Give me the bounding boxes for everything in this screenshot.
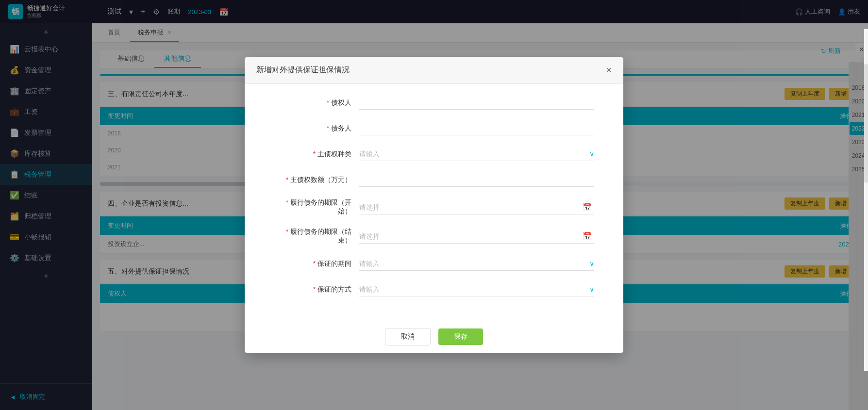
select-claim-type-wrapper: ∨	[359, 147, 594, 161]
form-row-debtor: * 债务人	[274, 121, 594, 135]
save-button[interactable]: 保存	[438, 328, 483, 345]
required-mark: *	[313, 260, 316, 267]
dialog-body: * 债权人 * 债务人 * 主债权种类	[245, 84, 623, 320]
label-period-start: * 履行债务的期限（开始）	[274, 198, 351, 216]
chevron-down-icon[interactable]: ∨	[589, 260, 594, 267]
form-row-period-end: * 履行债务的期限（结束） 📅	[274, 228, 594, 245]
select-guarantee-period[interactable]	[359, 257, 589, 270]
required-mark: *	[313, 150, 316, 158]
select-guarantee-method[interactable]	[359, 282, 589, 296]
required-mark: *	[286, 176, 288, 183]
form-row-claim-type: * 主债权种类 ∨	[274, 147, 594, 161]
label-claim-type: * 主债权种类	[274, 150, 351, 159]
label-period-end: * 履行债务的期限（结束）	[274, 228, 351, 245]
dialog: 新增对外提供保证担保情况 × * 债权人 * 债务人	[245, 57, 623, 353]
label-guarantee-method: * 保证的方式	[274, 285, 351, 294]
required-mark: *	[313, 285, 316, 293]
required-mark: *	[286, 198, 288, 206]
form-row-period-start: * 履行债务的期限（开始） 📅	[274, 198, 594, 216]
date-period-end[interactable]	[359, 230, 581, 243]
date-period-end-wrapper: 📅	[359, 230, 594, 244]
label-claim-amount: * 主债权数额（万元）	[274, 176, 351, 184]
input-claim-amount[interactable]	[359, 173, 594, 187]
label-debtor: * 债务人	[274, 124, 351, 133]
form-row-claim-amount: * 主债权数额（万元）	[274, 173, 594, 187]
form-row-creditor: * 债权人	[274, 96, 594, 110]
form-row-guarantee-method: * 保证的方式 ∨	[274, 282, 594, 296]
dialog-header: 新增对外提供保证担保情况 ×	[245, 57, 623, 84]
select-claim-type[interactable]	[359, 147, 589, 161]
dialog-close-button[interactable]: ×	[606, 65, 612, 76]
required-mark: *	[327, 98, 329, 106]
input-debtor[interactable]	[359, 121, 594, 135]
date-period-start[interactable]	[359, 200, 581, 214]
label-creditor: * 债权人	[274, 98, 351, 107]
label-guarantee-period: * 保证的期间	[274, 260, 351, 268]
dialog-title: 新增对外提供保证担保情况	[256, 65, 350, 75]
select-guarantee-period-wrapper: ∨	[359, 257, 594, 271]
cancel-button[interactable]: 取消	[385, 328, 431, 345]
chevron-down-icon[interactable]: ∨	[589, 285, 594, 293]
chevron-down-icon[interactable]: ∨	[589, 150, 594, 158]
required-mark: *	[286, 228, 288, 235]
dialog-footer: 取消 保存	[245, 320, 623, 353]
select-guarantee-method-wrapper: ∨	[359, 282, 594, 296]
form-row-guarantee-period: * 保证的期间 ∨	[274, 257, 594, 271]
required-mark: *	[327, 124, 329, 132]
modal-overlay: 新增对外提供保证担保情况 × * 债权人 * 债务人	[0, 0, 868, 410]
calendar-icon[interactable]: 📅	[581, 202, 594, 212]
calendar-icon[interactable]: 📅	[581, 231, 594, 241]
input-creditor[interactable]	[359, 96, 594, 110]
date-period-start-wrapper: 📅	[359, 200, 594, 214]
